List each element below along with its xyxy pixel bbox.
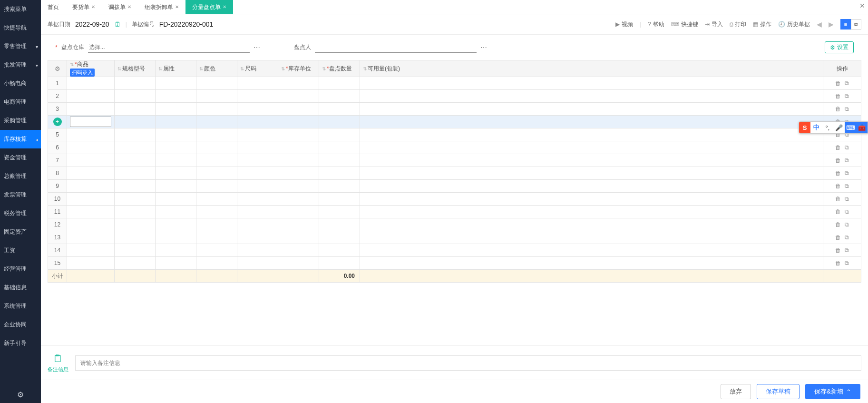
sidebar-item-7[interactable]: 库存核算◂ xyxy=(0,130,41,148)
product-cell-input[interactable] xyxy=(70,117,111,127)
table-row[interactable]: 1🗑⧉ xyxy=(48,77,861,90)
add-row-icon[interactable]: + xyxy=(53,118,62,126)
table-row[interactable]: 3🗑⧉ xyxy=(48,103,861,116)
tab-4[interactable]: 分量盘点单✕ xyxy=(185,0,233,14)
table-row[interactable]: 9🗑⧉ xyxy=(48,180,861,193)
copy-row-icon[interactable]: ⧉ xyxy=(845,183,849,189)
warehouse-picker-icon[interactable]: ⋯ xyxy=(254,44,261,51)
copy-row-icon[interactable]: ⧉ xyxy=(845,144,849,151)
save-and-new-button[interactable]: 保存&新增⌃ xyxy=(805,384,860,399)
delete-row-icon[interactable]: 🗑 xyxy=(835,157,841,164)
copy-row-icon[interactable]: ⧉ xyxy=(845,196,849,202)
table-row[interactable]: +🗑⧉ xyxy=(48,116,861,128)
sidebar-item-16[interactable]: 系统管理 xyxy=(0,297,41,315)
sidebar-item-3[interactable]: 批发管理▾ xyxy=(0,56,41,74)
copy-row-icon[interactable]: ⧉ xyxy=(845,80,849,87)
print-button[interactable]: ⎙打印 xyxy=(730,20,746,29)
sidebar-item-15[interactable]: 基础信息 xyxy=(0,278,41,297)
calendar-icon[interactable]: 🗓 xyxy=(114,20,121,28)
ime-mic-icon[interactable]: 🎤 xyxy=(833,122,845,133)
ime-toolbar[interactable]: S 中 °, 🎤 ⌨ 🧰 xyxy=(799,121,868,134)
sidebar-item-4[interactable]: 小畅电商 xyxy=(0,74,41,93)
tab-2[interactable]: 调拨单✕ xyxy=(102,0,138,14)
sidebar-item-1[interactable]: 快捷导航 xyxy=(0,19,41,37)
sidebar-item-8[interactable]: 资金管理 xyxy=(0,148,41,167)
save-draft-button[interactable]: 保存草稿 xyxy=(757,384,800,399)
import-button[interactable]: ⇥导入 xyxy=(705,20,723,29)
video-button[interactable]: ▶视频 xyxy=(615,20,633,29)
table-row[interactable]: 12🗑⧉ xyxy=(48,218,861,231)
doc-date-value[interactable]: 2022-09-20 xyxy=(75,20,109,28)
delete-row-icon[interactable]: 🗑 xyxy=(835,208,841,215)
sidebar-item-9[interactable]: 总账管理 xyxy=(0,167,41,186)
scan-entry-tag[interactable]: 扫码录入 xyxy=(70,69,95,77)
copy-row-icon[interactable]: ⧉ xyxy=(845,208,849,215)
copy-row-icon[interactable]: ⧉ xyxy=(845,106,849,112)
sidebar-item-17[interactable]: 企业协同 xyxy=(0,315,41,334)
view-grid-icon[interactable]: ⧉ xyxy=(851,19,861,29)
help-button[interactable]: ?帮助 xyxy=(648,20,664,29)
person-input[interactable] xyxy=(315,42,477,53)
delete-row-icon[interactable]: 🗑 xyxy=(835,106,841,112)
person-picker-icon[interactable]: ⋯ xyxy=(480,44,488,51)
copy-row-icon[interactable]: ⧉ xyxy=(845,234,849,241)
copy-row-icon[interactable]: ⧉ xyxy=(845,157,849,164)
delete-row-icon[interactable]: 🗑 xyxy=(835,196,841,202)
delete-row-icon[interactable]: 🗑 xyxy=(835,80,841,87)
table-row[interactable]: 13🗑⧉ xyxy=(48,231,861,244)
table-row[interactable]: 14🗑⧉ xyxy=(48,244,861,257)
sidebar-item-18[interactable]: 新手引导 xyxy=(0,334,41,353)
copy-row-icon[interactable]: ⧉ xyxy=(845,93,849,99)
tab-close-icon[interactable]: ✕ xyxy=(127,0,131,14)
table-settings-icon[interactable]: ⚙ xyxy=(55,65,60,72)
delete-row-icon[interactable]: 🗑 xyxy=(835,234,841,241)
tab-close-icon[interactable]: ✕ xyxy=(91,0,95,14)
warehouse-input[interactable] xyxy=(88,42,250,53)
tab-0[interactable]: 首页 xyxy=(41,0,66,14)
delete-row-icon[interactable]: 🗑 xyxy=(835,247,841,254)
shortcut-button[interactable]: ⌨快捷键 xyxy=(671,20,698,29)
tab-1[interactable]: 要货单✕ xyxy=(66,0,102,14)
tab-close-icon[interactable]: ✕ xyxy=(223,0,226,14)
sidebar-item-10[interactable]: 发票管理 xyxy=(0,186,41,204)
sidebar-item-11[interactable]: 税务管理 xyxy=(0,204,41,223)
table-row[interactable]: 2🗑⧉ xyxy=(48,90,861,103)
delete-row-icon[interactable]: 🗑 xyxy=(835,183,841,189)
table-row[interactable]: 10🗑⧉ xyxy=(48,193,861,206)
ime-keyboard-icon[interactable]: ⌨ xyxy=(845,122,856,133)
copy-row-icon[interactable]: ⧉ xyxy=(845,247,849,254)
delete-row-icon[interactable]: 🗑 xyxy=(835,144,841,151)
table-row[interactable]: 5🗑⧉ xyxy=(48,128,861,141)
operate-button[interactable]: ▦操作 xyxy=(753,20,771,29)
sidebar-item-0[interactable]: 搜索菜单 xyxy=(0,0,41,19)
discard-button[interactable]: 放弃 xyxy=(721,384,751,399)
close-all-tabs[interactable]: ✕ xyxy=(859,2,865,10)
sidebar-settings-icon[interactable]: ⚙ xyxy=(0,386,41,403)
copy-row-icon[interactable]: ⧉ xyxy=(845,221,849,228)
history-button[interactable]: 🕘历史单据 xyxy=(778,20,810,29)
tab-3[interactable]: 组装拆卸单✕ xyxy=(138,0,185,14)
ime-punct-icon[interactable]: °, xyxy=(822,122,833,133)
copy-row-icon[interactable]: ⧉ xyxy=(845,170,849,177)
delete-row-icon[interactable]: 🗑 xyxy=(835,93,841,99)
settings-button[interactable]: ⚙ 设置 xyxy=(825,41,854,53)
sidebar-item-14[interactable]: 经营管理 xyxy=(0,260,41,278)
sidebar-item-13[interactable]: 工资 xyxy=(0,241,41,260)
copy-row-icon[interactable]: ⧉ xyxy=(845,260,849,266)
delete-row-icon[interactable]: 🗑 xyxy=(835,221,841,228)
sidebar-item-12[interactable]: 固定资产 xyxy=(0,223,41,241)
table-row[interactable]: 11🗑⧉ xyxy=(48,206,861,218)
table-row[interactable]: 8🗑⧉ xyxy=(48,167,861,180)
delete-row-icon[interactable]: 🗑 xyxy=(835,260,841,266)
remark-input[interactable] xyxy=(75,355,861,371)
delete-row-icon[interactable]: 🗑 xyxy=(835,170,841,177)
next-doc-arrow[interactable]: ▶ xyxy=(829,20,834,28)
table-row[interactable]: 7🗑⧉ xyxy=(48,154,861,167)
table-row[interactable]: 15🗑⧉ xyxy=(48,257,861,270)
tab-close-icon[interactable]: ✕ xyxy=(175,0,179,14)
sidebar-item-2[interactable]: 零售管理▾ xyxy=(0,37,41,56)
view-list-icon[interactable]: ≡ xyxy=(840,19,851,29)
ime-more-icon[interactable]: 🧰 xyxy=(856,122,868,133)
sidebar-item-6[interactable]: 采购管理 xyxy=(0,111,41,130)
table-row[interactable]: 6🗑⧉ xyxy=(48,141,861,154)
